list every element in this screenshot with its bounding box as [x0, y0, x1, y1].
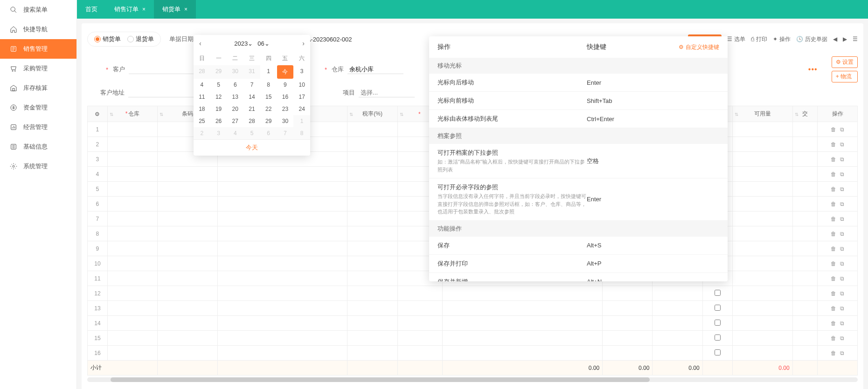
cell-tax[interactable]	[347, 256, 397, 271]
cell-available[interactable]	[732, 316, 792, 331]
calendar-day[interactable]: 14	[243, 91, 260, 103]
cell-amt1[interactable]	[603, 346, 653, 361]
cell-deliver[interactable]	[792, 212, 818, 226]
radio-sale[interactable]: 销货单	[94, 35, 121, 43]
select-button[interactable]: ☰选单	[727, 35, 745, 43]
delete-icon[interactable]: 🗑	[831, 156, 836, 163]
delete-icon[interactable]: 🗑	[831, 246, 836, 252]
calendar-day[interactable]: 1	[260, 65, 277, 79]
cell-barcode[interactable]	[158, 212, 218, 226]
copy-icon[interactable]: ⧉	[840, 260, 844, 267]
cell-warehouse[interactable]	[107, 152, 157, 167]
cell-available[interactable]	[732, 167, 792, 182]
cell-warehouse[interactable]	[107, 137, 157, 152]
cell-available[interactable]	[732, 197, 792, 212]
calendar-day[interactable]: 29	[260, 115, 277, 127]
cell-barcode[interactable]	[158, 286, 218, 301]
calendar-day[interactable]: 20	[227, 103, 243, 115]
cell-available[interactable]	[732, 182, 792, 197]
th-available[interactable]: ⇅可用量	[732, 106, 792, 122]
cell-barcode[interactable]	[158, 301, 218, 316]
cell-spec[interactable]	[217, 197, 347, 212]
cell-deliver[interactable]	[792, 316, 818, 331]
cell-warehouse[interactable]	[107, 212, 157, 226]
cell-barcode[interactable]	[158, 197, 218, 212]
cell-amt2[interactable]	[653, 286, 702, 301]
calendar-day[interactable]: 7	[243, 79, 260, 91]
cell-spec[interactable]	[217, 316, 347, 331]
cell-amt2[interactable]	[653, 316, 702, 331]
calendar-day-prev[interactable]: 29	[210, 65, 227, 79]
calendar-day-next[interactable]: 3	[210, 127, 227, 139]
table-row[interactable]: 12 🗑⧉	[88, 286, 858, 301]
cell-tax[interactable]	[347, 271, 397, 286]
cell-warehouse[interactable]	[107, 241, 157, 256]
menu-toggle-button[interactable]: ☰	[853, 36, 858, 42]
cell-deliver[interactable]	[792, 331, 818, 346]
cell-tax[interactable]	[347, 226, 397, 241]
cell-deliver[interactable]	[792, 241, 818, 256]
calendar-day-next[interactable]: 8	[293, 127, 310, 139]
cell-barcode[interactable]	[158, 346, 218, 361]
cell-tax[interactable]	[347, 122, 397, 137]
calendar-day-next[interactable]: 7	[277, 127, 294, 139]
cell-spec[interactable]	[217, 241, 347, 256]
cell-gift[interactable]	[702, 286, 732, 301]
sidebar-item-operation[interactable]: 经营管理	[0, 117, 76, 137]
calendar-day[interactable]: 10	[293, 79, 310, 91]
delete-icon[interactable]: 🗑	[831, 290, 836, 297]
calendar-prev-button[interactable]: ‹	[199, 40, 201, 47]
calendar-day[interactable]: 21	[243, 103, 260, 115]
copy-icon[interactable]: ⧉	[840, 231, 844, 237]
copy-icon[interactable]: ⧉	[840, 216, 844, 222]
cell-spec[interactable]	[217, 226, 347, 241]
cell-warehouse[interactable]	[107, 197, 157, 212]
cell-spec[interactable]	[217, 301, 347, 316]
cell-tax[interactable]	[347, 316, 397, 331]
table-row[interactable]: 14 🗑⧉	[88, 316, 858, 331]
cell-warehouse[interactable]	[107, 122, 157, 137]
copy-icon[interactable]: ⧉	[840, 156, 844, 163]
calendar-day[interactable]: 15	[260, 91, 277, 103]
gift-checkbox[interactable]	[715, 320, 721, 326]
calendar-day[interactable]: 27	[227, 115, 243, 127]
scrollbar-thumb[interactable]	[111, 377, 650, 382]
project-input[interactable]	[359, 88, 415, 97]
calendar-day[interactable]: 5	[210, 79, 227, 91]
cell-available[interactable]	[732, 212, 792, 226]
cell-gift[interactable]	[702, 331, 732, 346]
delete-icon[interactable]: 🗑	[831, 231, 836, 237]
delete-icon[interactable]: 🗑	[831, 275, 836, 282]
calendar-day[interactable]: 19	[210, 103, 227, 115]
cell-deliver[interactable]	[792, 197, 818, 212]
cell-deliver[interactable]	[792, 301, 818, 316]
cell-tax[interactable]	[347, 346, 397, 361]
cell-spec[interactable]	[217, 256, 347, 271]
th-deliver[interactable]: ⇅交	[792, 106, 818, 122]
calendar-day[interactable]: 8	[260, 79, 277, 91]
cell-warehouse[interactable]	[107, 346, 157, 361]
cell-spec[interactable]	[217, 182, 347, 197]
delete-icon[interactable]: 🗑	[831, 171, 836, 177]
cell-amt1[interactable]	[603, 331, 653, 346]
table-row[interactable]: 15 🗑⧉	[88, 331, 858, 346]
calendar-day[interactable]: 24	[293, 103, 310, 115]
cell-available[interactable]	[732, 271, 792, 286]
sidebar-item-purchase[interactable]: 采购管理	[0, 59, 76, 78]
tab-home[interactable]: 首页	[77, 0, 106, 19]
sidebar-item-basic[interactable]: 基础信息	[0, 137, 76, 157]
cell-available[interactable]	[732, 346, 792, 361]
cell-tax[interactable]	[347, 137, 397, 152]
calendar-day[interactable]: 17	[293, 91, 310, 103]
tab-sales-order[interactable]: 销售订单×	[106, 0, 154, 19]
cell-deliver[interactable]	[792, 271, 818, 286]
cell-tax[interactable]	[347, 241, 397, 256]
table-row[interactable]: 13 🗑⧉	[88, 301, 858, 316]
delete-icon[interactable]: 🗑	[831, 141, 836, 148]
warehouse-input[interactable]	[347, 65, 403, 74]
sidebar-item-sales[interactable]: 销售管理	[0, 39, 76, 59]
cell-spec[interactable]	[217, 331, 347, 346]
delete-icon[interactable]: 🗑	[831, 186, 836, 192]
calendar-day[interactable]: 30	[277, 115, 294, 127]
calendar-today-button[interactable]: 今天	[194, 139, 310, 156]
